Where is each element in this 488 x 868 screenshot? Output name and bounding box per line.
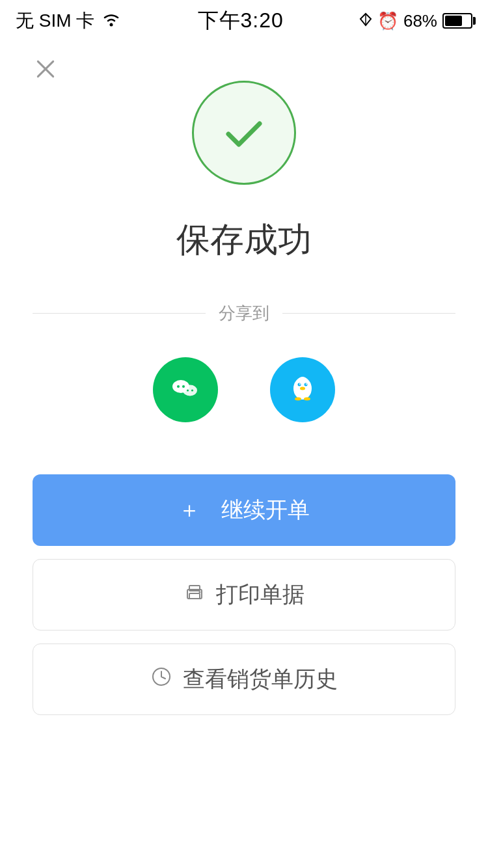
svg-point-3	[177, 385, 180, 388]
sim-text: 无 SIM 卡	[16, 8, 94, 33]
printer-icon	[183, 581, 206, 608]
location-icon	[359, 11, 372, 31]
wechat-icon	[167, 372, 204, 408]
svg-point-6	[191, 389, 193, 391]
svg-point-19	[199, 591, 201, 593]
svg-point-4	[182, 385, 185, 388]
svg-point-15	[304, 398, 310, 401]
share-section: 分享到	[0, 302, 488, 422]
action-buttons: ＋ 继续开单 打印单据 查	[0, 474, 488, 715]
svg-point-12	[306, 383, 307, 385]
share-label: 分享到	[219, 302, 269, 325]
checkmark-icon	[218, 107, 270, 159]
qq-icon	[284, 372, 321, 408]
share-wechat-button[interactable]	[153, 357, 218, 422]
print-label: 打印单据	[216, 580, 305, 610]
share-divider: 分享到	[33, 302, 455, 325]
continue-label-text: 继续开单	[221, 495, 310, 525]
status-left: 无 SIM 卡	[16, 8, 122, 33]
plus-icon: ＋	[178, 495, 200, 525]
svg-rect-18	[189, 593, 200, 599]
svg-point-5	[187, 389, 189, 391]
share-icons	[33, 357, 455, 422]
svg-point-2	[183, 385, 197, 396]
alarm-icon: ⏰	[377, 11, 398, 31]
continue-button[interactable]: ＋ 继续开单	[33, 474, 455, 546]
success-title: 保存成功	[176, 217, 312, 263]
share-qq-button[interactable]	[270, 357, 335, 422]
battery-percent: 68%	[403, 11, 437, 31]
clock-icon	[150, 666, 172, 693]
history-label: 查看销货单历史	[183, 664, 338, 694]
svg-point-10	[305, 383, 308, 387]
wifi-icon	[101, 10, 122, 31]
print-button[interactable]: 打印单据	[33, 559, 455, 631]
main-content: 保存成功 分享到	[0, 42, 488, 715]
svg-point-9	[298, 383, 301, 387]
svg-point-14	[295, 398, 301, 401]
svg-point-13	[300, 387, 305, 390]
status-bar: 无 SIM 卡 下午3:20 ⏰ 68%	[0, 0, 488, 42]
battery-icon	[442, 13, 472, 29]
svg-point-0	[110, 23, 113, 27]
close-button[interactable]	[26, 49, 65, 88]
success-circle	[192, 81, 296, 185]
svg-point-11	[299, 383, 301, 385]
close-icon	[33, 56, 59, 82]
status-time: 下午3:20	[198, 7, 284, 35]
share-line-left	[33, 313, 206, 314]
share-line-right	[282, 313, 455, 314]
history-button[interactable]: 查看销货单历史	[33, 644, 455, 715]
status-right: ⏰ 68%	[359, 11, 472, 31]
